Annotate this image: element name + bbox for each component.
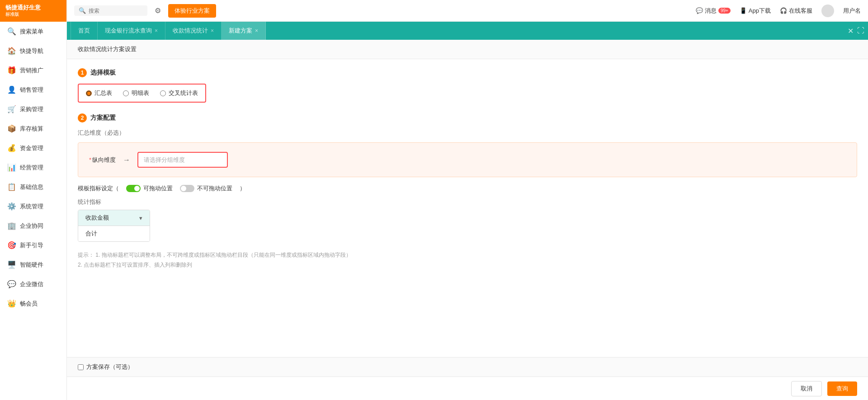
topbar: 🔍 ⚙ 体验行业方案 💬 消息 99+ 📱 App下载 🎧 在线客服 用户名 [67, 0, 868, 22]
sidebar-item-operations[interactable]: 📊经营管理 [0, 158, 66, 177]
sidebar-item-label: 营销推广 [20, 66, 43, 75]
tab-bank-flow[interactable]: 现金银行流水查询 × [98, 22, 165, 40]
search-icon: 🔍 [79, 7, 86, 14]
page-breadcrumb: 收款情况统计方案设置 [67, 40, 868, 59]
online-service-icon: 🎧 [780, 7, 787, 14]
breadcrumb-text: 收款情况统计方案设置 [78, 46, 137, 52]
tab-bank-flow-close-icon[interactable]: × [155, 28, 158, 34]
member-icon: 👑 [7, 299, 16, 308]
inventory-icon: 📦 [7, 124, 16, 133]
message-badge: 99+ [718, 8, 731, 14]
step1-text: 选择模板 [90, 69, 116, 77]
dimension-row: *纵向维度 → 请选择分组维度 [89, 152, 846, 168]
query-button[interactable]: 查询 [827, 381, 857, 396]
sidebar-item-basic-info[interactable]: 📋基础信息 [0, 177, 66, 197]
message-button[interactable]: 💬 消息 99+ [696, 7, 731, 15]
tab-bar: 首页 现金银行流水查询 × 收款情况统计 × 新建方案 × ✕ ⛶ [67, 22, 868, 40]
sidebar-item-finance[interactable]: 💰资金管理 [0, 138, 66, 158]
dimension-area: *纵向维度 → 请选择分组维度 [78, 142, 857, 177]
hint-line-2: 2. 点击标题栏下拉可设置排序、插入列和删除列 [78, 260, 857, 270]
app-download-label: App下载 [749, 7, 771, 15]
marketing-icon: 🎁 [7, 66, 16, 75]
trial-industry-button[interactable]: 体验行业方案 [168, 4, 216, 18]
sidebar-item-label: 经营管理 [20, 164, 43, 172]
finance-icon: 💰 [7, 144, 16, 152]
draggable-toggle-switch[interactable] [126, 185, 141, 192]
settings-icon[interactable]: ⚙ [155, 6, 161, 15]
metrics-table-header[interactable]: 收款金额 ▾ [78, 210, 150, 226]
dimension-select[interactable]: 请选择分组维度 [137, 152, 228, 168]
template-detail-radio[interactable] [123, 90, 129, 96]
user-avatar[interactable] [821, 5, 834, 17]
sidebar-nav: 🔍搜索菜单🏠快捷导航🎁营销推广👤销售管理🛒采购管理📦库存核算💰资金管理📊经营管理… [0, 22, 66, 400]
template-cross-option[interactable]: 交叉统计表 [160, 89, 198, 97]
guide-icon: 🎯 [7, 241, 16, 249]
sidebar-item-marketing[interactable]: 🎁营销推广 [0, 61, 66, 80]
non-draggable-toggle-switch[interactable] [180, 185, 194, 192]
page-footer: 方案保存（可选） [67, 357, 868, 376]
online-service-button[interactable]: 🎧 在线客服 [780, 7, 812, 15]
user-name[interactable]: 用户名 [843, 7, 861, 15]
template-cross-label: 交叉统计表 [169, 89, 198, 97]
required-mark: * [89, 156, 91, 163]
sidebar-item-label: 资金管理 [20, 144, 43, 152]
template-detail-option[interactable]: 明细表 [123, 89, 149, 97]
tab-expand-icon[interactable]: ⛶ [857, 27, 864, 35]
sidebar-item-guide[interactable]: 🎯新手引导 [0, 235, 66, 255]
sidebar-item-label: 畅会员 [20, 300, 38, 308]
step1-num: 1 [78, 68, 87, 77]
metrics-table-cell: 合计 [78, 226, 150, 241]
sidebar-item-system[interactable]: ⚙️系统管理 [0, 197, 66, 216]
template-selector: 汇总表 明细表 交叉统计表 [78, 84, 206, 103]
sidebar-item-wechat[interactable]: 💬企业微信 [0, 274, 66, 294]
app-download-icon: 📱 [740, 7, 747, 14]
tab-home[interactable]: 首页 [71, 22, 98, 40]
metrics-column-header: 收款金额 [85, 214, 109, 222]
sidebar-item-label: 基础信息 [20, 183, 43, 191]
step2-section: 2 方案配置 汇总维度（必选） *纵向维度 → 请选择分组维度 [78, 113, 857, 270]
save-plan-checkbox-label[interactable]: 方案保存（可选） [78, 363, 133, 371]
draggable-toggle-label: 可拖动位置 [143, 184, 173, 193]
tab-new-plan[interactable]: 新建方案 × [222, 22, 266, 40]
template-summary-option[interactable]: 汇总表 [86, 89, 112, 97]
page-content: 收款情况统计方案设置 1 选择模板 汇总表 [67, 40, 868, 376]
sidebar-item-enterprise[interactable]: 🏢企业协同 [0, 216, 66, 235]
hardware-icon: 🖥️ [7, 260, 16, 269]
search-input[interactable] [89, 8, 143, 14]
arrow-icon: → [123, 156, 130, 164]
basic-info-icon: 📋 [7, 183, 16, 191]
template-cross-radio[interactable] [160, 90, 166, 96]
sidebar-item-member[interactable]: 👑畅会员 [0, 294, 66, 313]
operations-icon: 📊 [7, 163, 16, 172]
template-summary-radio[interactable] [86, 90, 92, 96]
sidebar-item-label: 企业微信 [20, 280, 43, 288]
search-icon: 🔍 [7, 27, 16, 36]
save-plan-checkbox[interactable] [78, 364, 84, 370]
tab-receipt-stats[interactable]: 收款情况统计 × [165, 22, 222, 40]
tab-new-plan-label: 新建方案 [229, 27, 252, 35]
sidebar-item-search[interactable]: 🔍搜索菜单 [0, 22, 66, 41]
tab-new-plan-close-icon[interactable]: × [255, 28, 258, 34]
sidebar-item-quick-nav[interactable]: 🏠快捷导航 [0, 41, 66, 61]
sidebar-item-label: 销售管理 [20, 86, 43, 94]
tab-bank-flow-label: 现金银行流水查询 [105, 27, 152, 35]
tab-receipt-stats-close-icon[interactable]: × [211, 28, 214, 34]
tab-close-icon[interactable]: ✕ [848, 27, 854, 35]
sidebar-item-label: 企业协同 [20, 222, 43, 230]
step2-label: 2 方案配置 [78, 113, 857, 122]
quick-nav-icon: 🏠 [7, 47, 16, 55]
sidebar-item-label: 智能硬件 [20, 261, 43, 269]
template-summary-label: 汇总表 [94, 89, 112, 97]
draggable-toggle-item[interactable]: 可拖动位置 [126, 184, 173, 193]
chevron-down-icon[interactable]: ▾ [139, 215, 142, 221]
sidebar-item-purchase[interactable]: 🛒采购管理 [0, 99, 66, 119]
app-download-button[interactable]: 📱 App下载 [740, 7, 771, 15]
sidebar-item-hardware[interactable]: 🖥️智能硬件 [0, 255, 66, 274]
non-draggable-toggle-item[interactable]: 不可拖动位置 [180, 184, 232, 193]
cancel-button[interactable]: 取消 [791, 381, 822, 396]
dimension-section-label: 汇总维度（必选） [78, 129, 857, 137]
logo-sub-text: 标准版 [5, 11, 41, 18]
sidebar-item-inventory[interactable]: 📦库存核算 [0, 119, 66, 138]
search-box[interactable]: 🔍 [74, 5, 147, 16]
sidebar-item-sales[interactable]: 👤销售管理 [0, 80, 66, 99]
